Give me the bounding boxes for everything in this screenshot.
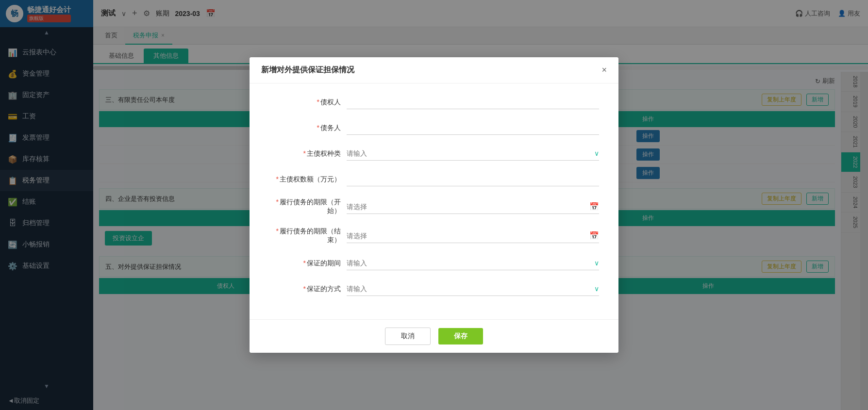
claim-type-label: *主债权种类 xyxy=(269,149,347,158)
claim-type-input[interactable] xyxy=(347,147,594,160)
guarantee-method-input[interactable] xyxy=(347,282,594,295)
guarantee-method-select-wrap: ∨ xyxy=(347,282,599,296)
guarantee-method-dropdown-icon[interactable]: ∨ xyxy=(594,285,599,293)
guarantee-period-dropdown-icon[interactable]: ∨ xyxy=(594,259,599,267)
form-row-guarantee-period: *保证的期间 ∨ xyxy=(269,256,599,270)
debt-start-label: *履行债务的期限（开始） xyxy=(269,198,347,215)
guarantee-period-select-wrap: ∨ xyxy=(347,256,599,270)
modal-overlay: 新增对外提供保证担保情况 × *债权人 *债务人 *主债权种类 xyxy=(0,0,868,410)
debt-end-calendar-icon[interactable]: 📅 xyxy=(589,231,599,240)
modal-close-button[interactable]: × xyxy=(601,65,607,75)
form-row-claim-type: *主债权种类 ∨ xyxy=(269,147,599,161)
guarantee-period-input[interactable] xyxy=(347,256,594,270)
form-row-debtor: *债务人 xyxy=(269,121,599,135)
modal-footer: 取消 保存 xyxy=(250,319,618,353)
form-row-claim-amount: *主债权数额（万元） xyxy=(269,172,599,186)
debtor-label: *债务人 xyxy=(269,124,347,132)
claim-type-dropdown-icon[interactable]: ∨ xyxy=(594,149,599,157)
modal-header: 新增对外提供保证担保情况 × xyxy=(250,57,618,83)
claim-type-select-wrap: ∨ xyxy=(347,147,599,161)
modal: 新增对外提供保证担保情况 × *债权人 *债务人 *主债权种类 xyxy=(250,57,618,353)
debt-start-date-wrap: 📅 xyxy=(347,200,599,214)
modal-title: 新增对外提供保证担保情况 xyxy=(261,65,354,75)
debtor-input[interactable] xyxy=(347,121,599,135)
guarantee-period-label: *保证的期间 xyxy=(269,259,347,268)
form-row-guarantee-method: *保证的方式 ∨ xyxy=(269,282,599,296)
guarantee-method-label: *保证的方式 xyxy=(269,285,347,294)
form-row-creditor: *债权人 xyxy=(269,95,599,109)
cancel-button[interactable]: 取消 xyxy=(385,328,431,345)
creditor-input[interactable] xyxy=(347,95,599,109)
debt-end-input[interactable] xyxy=(347,229,589,243)
save-button[interactable]: 保存 xyxy=(438,328,483,344)
debt-start-calendar-icon[interactable]: 📅 xyxy=(589,202,599,211)
creditor-label: *债权人 xyxy=(269,98,347,107)
debt-end-label: *履行债务的期限（结束） xyxy=(269,227,347,245)
debt-start-input[interactable] xyxy=(347,200,589,213)
claim-amount-label: *主债权数额（万元） xyxy=(269,175,347,184)
claim-amount-input[interactable] xyxy=(347,172,599,186)
form-row-debt-start: *履行债务的期限（开始） 📅 xyxy=(269,198,599,215)
debt-end-date-wrap: 📅 xyxy=(347,229,599,243)
form-row-debt-end: *履行债务的期限（结束） 📅 xyxy=(269,227,599,245)
modal-body: *债权人 *债务人 *主债权种类 ∨ xyxy=(250,83,618,319)
